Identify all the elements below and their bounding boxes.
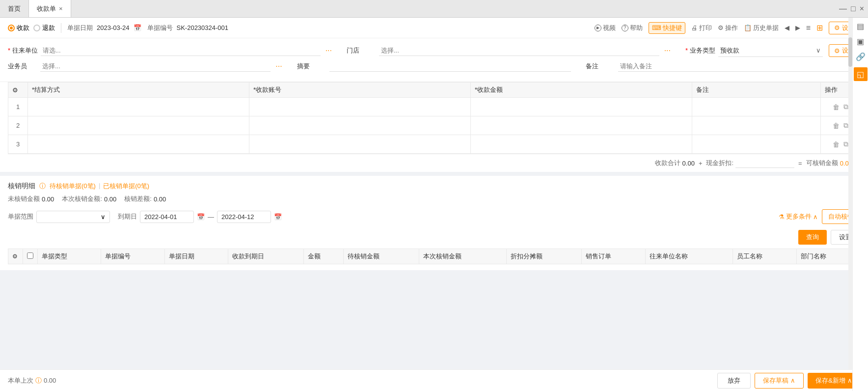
operation-icon: ⚙ bbox=[718, 24, 724, 31]
shop-label: 门店 bbox=[347, 46, 376, 55]
scroll-thumb[interactable] bbox=[848, 37, 852, 67]
current-cancel-value: 0.00 bbox=[104, 196, 116, 203]
row-1-amount[interactable] bbox=[471, 98, 692, 116]
history-btn[interactable]: 📋 历史单据 bbox=[744, 24, 779, 32]
row-3-remark[interactable] bbox=[692, 135, 821, 154]
discount-input[interactable] bbox=[735, 158, 794, 168]
tab-home-label: 首页 bbox=[8, 4, 21, 13]
calendar-icon-date[interactable]: 📅 bbox=[134, 24, 141, 31]
tab-link-sep: | bbox=[99, 182, 100, 191]
shortcut-btn[interactable]: ⌨ 快捷键 bbox=[649, 22, 685, 34]
print-btn[interactable]: 🖨 打印 bbox=[691, 24, 712, 32]
shop-input[interactable] bbox=[379, 45, 659, 56]
abandon-button[interactable]: 放弃 bbox=[717, 373, 751, 389]
row-3-amount[interactable] bbox=[471, 135, 692, 154]
close-window-icon[interactable]: × bbox=[860, 4, 864, 13]
sidebar-table-icon[interactable]: ▤ bbox=[857, 22, 864, 31]
biz-type-select[interactable]: 预收款 ∨ bbox=[718, 45, 823, 57]
hexiao-table: ⚙ 单据类型 单据编号 单据日期 收款到期日 金额 待核销金额 本次核销金额 折… bbox=[8, 249, 860, 264]
col-counterpart-label: 往来单位名称 bbox=[650, 252, 688, 260]
video-btn[interactable]: ▶ 视频 bbox=[595, 24, 616, 32]
maximize-icon[interactable]: □ bbox=[851, 4, 856, 13]
menu-icon[interactable]: ≡ bbox=[806, 24, 811, 32]
row-2-remark[interactable] bbox=[692, 116, 821, 135]
col-settings-hexiao[interactable]: ⚙ bbox=[8, 249, 23, 264]
due-date-start-input[interactable] bbox=[140, 211, 194, 223]
due-date-end-input[interactable] bbox=[217, 211, 271, 223]
query-button[interactable]: 查询 bbox=[798, 230, 827, 245]
col-due-header: 收款到期日 bbox=[228, 249, 304, 264]
col-settings-header[interactable]: ⚙ bbox=[8, 83, 28, 98]
row-3-copy-icon[interactable]: ⧉ bbox=[843, 140, 848, 148]
tab-home[interactable]: 首页 bbox=[0, 0, 28, 17]
counterpart-input[interactable] bbox=[41, 45, 321, 56]
row-1-delete-icon[interactable]: 🗑 bbox=[833, 103, 840, 111]
done-tab-link[interactable]: 已核销单据(0笔) bbox=[103, 182, 149, 191]
help-circle-icon: ? bbox=[622, 25, 628, 31]
footer-info-icon[interactable]: ⓘ bbox=[35, 376, 42, 385]
grid-settings-icon[interactable]: ⊞ bbox=[816, 23, 823, 32]
row-2-delete-icon[interactable]: 🗑 bbox=[833, 122, 840, 130]
shop-more-icon[interactable]: ··· bbox=[664, 46, 671, 55]
col-pending-header: 待核销金额 bbox=[343, 249, 419, 264]
radio-tui[interactable]: 退款 bbox=[33, 24, 55, 32]
staff-input[interactable] bbox=[40, 61, 271, 72]
help-label: 帮助 bbox=[630, 24, 643, 32]
radio-shou-label: 收款 bbox=[17, 24, 29, 32]
row-3-num: 3 bbox=[8, 135, 28, 154]
total-value: 0.00 bbox=[682, 160, 695, 167]
col-payment-method-header: *结算方式 bbox=[28, 83, 249, 98]
row-1-copy-icon[interactable]: ⧉ bbox=[843, 103, 848, 111]
row-3-delete-icon[interactable]: 🗑 bbox=[833, 140, 840, 148]
hexiao-info-icon[interactable]: ⓘ bbox=[39, 182, 46, 191]
row-3-method[interactable] bbox=[28, 135, 249, 154]
filter-icon: ⚗ bbox=[779, 213, 785, 221]
sidebar-expand-icon[interactable]: ◱ bbox=[854, 67, 868, 81]
operation-btn[interactable]: ⚙ 操作 bbox=[718, 24, 738, 32]
sidebar-grid-icon[interactable]: ▣ bbox=[857, 37, 864, 46]
counterpart-label: 往来单位 bbox=[8, 46, 38, 55]
shop-field: 门店 ··· bbox=[347, 45, 671, 56]
row-2-copy-icon[interactable]: ⧉ bbox=[843, 121, 848, 130]
col-account-label: *收款账号 bbox=[253, 86, 281, 93]
row-2-method[interactable] bbox=[28, 116, 249, 135]
row-1-method[interactable] bbox=[28, 98, 249, 116]
tab-close-icon[interactable]: × bbox=[59, 5, 63, 12]
due-date-filter: 到期日 📅 — 📅 bbox=[118, 211, 282, 223]
col-order-header: 销售订单 bbox=[582, 249, 645, 264]
row-3-account[interactable] bbox=[249, 135, 471, 154]
discount-label: 现金折扣: bbox=[706, 159, 733, 168]
range-select[interactable]: ∨ bbox=[36, 211, 110, 223]
row-2-account[interactable] bbox=[249, 116, 471, 135]
remark-input[interactable] bbox=[618, 61, 860, 72]
col-discount-header: 折扣分摊额 bbox=[506, 249, 582, 264]
tab-active[interactable]: 收款单 × bbox=[28, 0, 71, 17]
calendar-end-icon[interactable]: 📅 bbox=[274, 213, 282, 221]
minimize-icon[interactable]: — bbox=[839, 4, 847, 13]
history-icon: 📋 bbox=[744, 24, 752, 31]
counterpart-more-icon[interactable]: ··· bbox=[326, 46, 332, 55]
footer: 本单上次 ⓘ 0.00 放弃 保存草稿 ∧ 保存&新增 ∧ bbox=[0, 369, 868, 391]
summary-row: 收款合计 0.00 + 现金折扣: = 可核销金额 0.00 bbox=[8, 154, 860, 172]
col-checkbox-header[interactable] bbox=[23, 249, 38, 264]
more-conditions-btn[interactable]: ⚗ 更多条件 ∧ bbox=[779, 212, 818, 221]
last-label: 本单上次 bbox=[8, 376, 33, 385]
nav-left-icon[interactable]: ◀ bbox=[785, 24, 789, 31]
sidebar-link-icon[interactable]: 🔗 bbox=[856, 52, 866, 61]
available-summary: 可核销金额 0.00 bbox=[806, 159, 852, 168]
calendar-start-icon[interactable]: 📅 bbox=[197, 213, 205, 221]
scroll-bar[interactable] bbox=[848, 18, 852, 369]
row-2-amount[interactable] bbox=[471, 116, 692, 135]
select-all-checkbox[interactable] bbox=[27, 252, 33, 259]
col-discount-label: 折扣分摊额 bbox=[511, 252, 542, 260]
save-draft-button[interactable]: 保存草稿 ∧ bbox=[755, 373, 804, 389]
summary-input[interactable] bbox=[329, 61, 571, 72]
nav-right-icon[interactable]: ▶ bbox=[795, 24, 800, 31]
pending-tab-link[interactable]: 待核销单据(0笔) bbox=[50, 182, 96, 191]
row-1-remark[interactable] bbox=[692, 98, 821, 116]
radio-shou[interactable]: 收款 bbox=[8, 24, 29, 32]
help-btn[interactable]: ? 帮助 bbox=[622, 24, 643, 32]
row-1-account[interactable] bbox=[249, 98, 471, 116]
col-amount-label: *收款金额 bbox=[475, 86, 503, 93]
staff-more-icon[interactable]: ··· bbox=[275, 62, 282, 71]
